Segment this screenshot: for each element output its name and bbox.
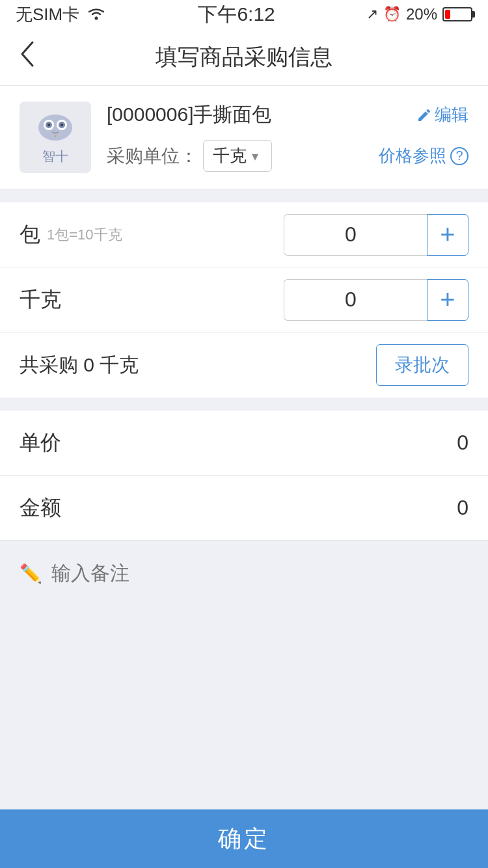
section-separator-2 <box>0 398 488 411</box>
battery-icon <box>442 7 472 21</box>
status-bar: 无SIM卡 下午6:12 ↗ ⏰ 20% <box>0 0 488 29</box>
kg-quantity-input[interactable] <box>284 279 427 321</box>
product-unit-row: 采购单位： 千克 ▾ 价格参照 ? <box>107 140 468 172</box>
batch-button[interactable]: 录批次 <box>376 344 468 386</box>
kg-label: 千克 <box>20 286 117 314</box>
bao-plus-button[interactable]: + <box>427 214 468 256</box>
remark-input[interactable] <box>51 562 468 584</box>
kg-input-right: + <box>284 279 468 321</box>
alarm-icon: ⏰ <box>383 6 401 23</box>
bao-label: 包 1包=10千克 <box>20 221 122 249</box>
unit-value: 千克 <box>213 144 247 167</box>
bao-quantity-input[interactable] <box>284 214 427 256</box>
price-ref-label: 价格参照 <box>379 144 446 167</box>
battery-percent: 20% <box>406 5 437 23</box>
kg-plus-button[interactable]: + <box>427 279 468 321</box>
confirm-button[interactable]: 确定 <box>0 809 488 868</box>
price-ref-button[interactable]: 价格参照 ? <box>379 144 468 167</box>
price-section: 单价 0 金额 0 <box>0 411 488 541</box>
total-row: 共采购 0 千克 录批次 <box>0 332 488 398</box>
kg-label-main: 千克 <box>20 286 61 314</box>
status-right: ↗ ⏰ 20% <box>366 5 472 23</box>
input-section: 包 1包=10千克 + 千克 + 共采购 0 千克 录批次 <box>0 202 488 398</box>
svg-point-6 <box>47 124 50 126</box>
location-icon: ↗ <box>366 6 378 23</box>
wifi-icon <box>86 5 107 25</box>
product-section: 智十 [0000006]手撕面包 编辑 采购单位： 千克 ▾ 价格参照 <box>0 86 488 189</box>
status-time: 下午6:12 <box>198 1 275 28</box>
back-button[interactable] <box>18 40 35 74</box>
bao-label-sub: 1包=10千克 <box>47 225 122 245</box>
help-icon: ? <box>450 147 468 165</box>
pencil-icon: ✏️ <box>20 563 42 584</box>
unit-price-label: 单价 <box>20 429 61 457</box>
amount-label: 金额 <box>20 494 61 522</box>
product-thumbnail: 智十 <box>20 102 91 173</box>
bao-input-row: 包 1包=10千克 + <box>0 202 488 267</box>
svg-point-0 <box>95 16 98 20</box>
product-header: [0000006]手撕面包 编辑 <box>107 102 468 128</box>
carrier-label: 无SIM卡 <box>16 3 79 26</box>
unit-price-value: 0 <box>457 431 468 455</box>
product-name: [0000006]手撕面包 <box>107 102 271 128</box>
total-text: 共采购 0 千克 <box>20 352 139 379</box>
kg-input-row: 千克 + <box>0 267 488 332</box>
dropdown-icon: ▾ <box>252 148 258 164</box>
unit-price-row: 单价 0 <box>0 411 488 476</box>
amount-row: 金额 0 <box>0 476 488 541</box>
nav-bar: 填写商品采购信息 <box>0 29 488 86</box>
status-left: 无SIM卡 <box>16 3 107 26</box>
unit-select[interactable]: 千克 ▾ <box>203 140 272 172</box>
unit-label: 采购单位： <box>107 144 198 169</box>
section-separator-1 <box>0 189 488 202</box>
amount-value: 0 <box>457 496 468 520</box>
bao-input-right: + <box>284 214 468 256</box>
edit-button[interactable]: 编辑 <box>416 103 468 126</box>
bao-label-main: 包 <box>20 221 40 249</box>
brand-label: 智十 <box>34 148 76 165</box>
edit-label: 编辑 <box>435 103 468 126</box>
page-title: 填写商品采购信息 <box>156 42 332 72</box>
remark-section: ✏️ <box>0 541 488 606</box>
product-info: [0000006]手撕面包 编辑 采购单位： 千克 ▾ 价格参照 ? <box>107 102 468 172</box>
svg-point-7 <box>61 124 63 126</box>
